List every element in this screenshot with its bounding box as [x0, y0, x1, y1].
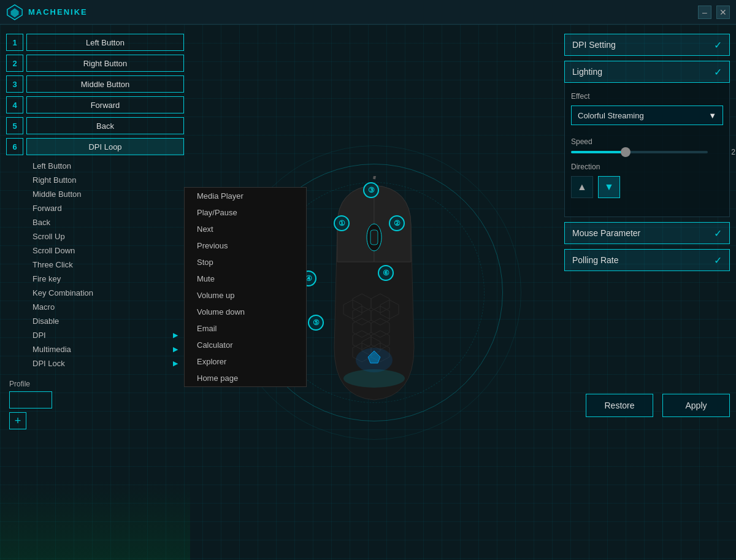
profile-label: Profile	[9, 380, 181, 388]
mouse-marker-1: ①	[334, 215, 350, 231]
lighting-header[interactable]: Lighting ✓	[564, 61, 730, 83]
apply-button[interactable]: Apply	[662, 394, 730, 417]
left-panel: 1 Left Button 2 Right Button 3 Middle Bu…	[0, 25, 190, 560]
speed-slider-section: Speed 2	[571, 137, 723, 153]
button-row-2: 2 Right Button	[6, 55, 184, 72]
lighting-chevron-icon: ✓	[714, 66, 722, 78]
dropdown-item-right-button[interactable]: Right Button	[26, 173, 184, 187]
arrow-icon-multimedia: ▶	[173, 345, 178, 353]
polling-rate-header[interactable]: Polling Rate ✓	[564, 249, 730, 271]
dropdown-item-dpi[interactable]: DPI▶	[26, 328, 184, 342]
dpi-setting-label: DPI Setting	[572, 40, 616, 50]
direction-section: Direction ▲ ▼	[571, 163, 723, 198]
button-number-5: 5	[6, 117, 23, 134]
submenu-item-calculator[interactable]: Calculator	[185, 337, 306, 353]
submenu-item-next[interactable]: Next	[185, 221, 306, 237]
speed-slider-fill	[571, 151, 626, 153]
button-row-5: 5 Back	[6, 117, 184, 134]
mouse-parameter-section: Mouse Parameter ✓	[564, 222, 730, 244]
submenu-item-home-page[interactable]: Home page	[185, 370, 306, 386]
dropdown-item-left-button[interactable]: Left Button	[26, 159, 184, 173]
button-label-4[interactable]: Forward	[26, 96, 184, 113]
close-button[interactable]: ✕	[716, 6, 730, 19]
mouse-marker-2: ②	[389, 215, 405, 231]
direction-buttons: ▲ ▼	[571, 176, 723, 198]
speed-slider-thumb[interactable]	[621, 147, 631, 157]
title-bar: MACHENIKE – ✕	[0, 0, 736, 25]
mouse-marker-6: ⑥	[378, 265, 394, 281]
button-number-2: 2	[6, 55, 23, 72]
profile-section: Profile +	[6, 380, 184, 429]
button-number-6: 6	[6, 138, 23, 155]
button-row-4: 4 Forward	[6, 96, 184, 113]
effect-dropdown-icon: ▼	[708, 111, 716, 120]
speed-slider-container: 2	[571, 151, 723, 153]
arrow-icon-dpi: ▶	[173, 331, 178, 339]
polling-rate-section: Polling Rate ✓	[564, 249, 730, 271]
speed-slider-track[interactable]	[571, 151, 708, 153]
add-profile-button[interactable]: +	[9, 412, 26, 429]
app-title: MACHENIKE	[28, 7, 88, 17]
submenu-item-previous[interactable]: Previous	[185, 237, 306, 254]
lighting-content: Effect Colorful Streaming ▼ Speed 2	[564, 83, 730, 217]
dropdown-item-scroll-up[interactable]: Scroll Up	[26, 229, 184, 244]
arrow-icon-dpi-lock: ▶	[173, 359, 178, 367]
dropdown-item-key-combination[interactable]: Key Combination	[26, 286, 184, 300]
media-player-submenu: Media Player Play/Pause Next Previous St…	[184, 187, 307, 387]
effect-select[interactable]: Colorful Streaming ▼	[571, 105, 723, 125]
mouse-marker-3: ③	[363, 182, 379, 198]
direction-down-button[interactable]: ▼	[598, 176, 620, 198]
speed-value: 2	[731, 148, 735, 156]
submenu-item-play-pause[interactable]: Play/Pause	[185, 204, 306, 221]
mouse-parameter-header[interactable]: Mouse Parameter ✓	[564, 222, 730, 244]
right-panel: DPI Setting ✓ Lighting ✓ Effect Colorful…	[558, 25, 736, 560]
submenu-item-media-player[interactable]: Media Player	[185, 188, 306, 204]
dropdown-item-scroll-down[interactable]: Scroll Down	[26, 244, 184, 258]
mouse-marker-5: ⑤	[308, 315, 324, 331]
button-label-2[interactable]: Right Button	[26, 55, 184, 72]
dropdown-item-middle-button[interactable]: Middle Button	[26, 187, 184, 201]
button-label-6[interactable]: DPI Loop	[26, 138, 184, 155]
dropdown-item-multimedia[interactable]: Multimedia▶	[26, 342, 184, 356]
main-content: 1 Left Button 2 Right Button 3 Middle Bu…	[0, 25, 736, 560]
button-row-3: 3 Middle Button	[6, 75, 184, 93]
button-label-1[interactable]: Left Button	[26, 34, 184, 51]
title-bar-left: MACHENIKE	[6, 4, 88, 21]
submenu-item-stop[interactable]: Stop	[185, 254, 306, 270]
submenu-item-volume-down[interactable]: Volume down	[185, 304, 306, 320]
direction-up-button[interactable]: ▲	[571, 176, 593, 198]
button-row-1: 1 Left Button	[6, 34, 184, 51]
dropdown-item-macro[interactable]: Macro	[26, 300, 184, 314]
dropdown-item-forward[interactable]: Forward	[26, 201, 184, 215]
dropdown-item-dpi-lock[interactable]: DPI Lock▶	[26, 356, 184, 370]
direction-label: Direction	[571, 163, 723, 171]
button-label-3[interactable]: Middle Button	[26, 75, 184, 93]
window-controls: – ✕	[698, 6, 730, 19]
dropdown-item-back[interactable]: Back	[26, 215, 184, 229]
submenu-item-email[interactable]: Email	[185, 320, 306, 337]
dpi-setting-chevron-icon: ✓	[714, 39, 722, 51]
dropdown-item-three-click[interactable]: Three Click	[26, 258, 184, 272]
button-label-5[interactable]: Back	[26, 117, 184, 134]
button-number-4: 4	[6, 96, 23, 113]
dropdown-item-disable[interactable]: Disable	[26, 314, 184, 328]
minimize-button[interactable]: –	[698, 6, 711, 19]
mouse-body-svg	[307, 176, 442, 409]
polling-rate-label: Polling Rate	[572, 255, 619, 265]
action-buttons: Restore Apply	[564, 394, 730, 417]
dropdown-item-fire-key[interactable]: Fire key	[26, 272, 184, 286]
button-number-1: 1	[6, 34, 23, 51]
dpi-setting-section: DPI Setting ✓	[564, 34, 730, 56]
effect-label: Effect	[571, 92, 723, 101]
submenu-item-mute[interactable]: Mute	[185, 270, 306, 287]
restore-button[interactable]: Restore	[586, 394, 653, 417]
lighting-label: Lighting	[572, 67, 602, 77]
submenu-item-explorer[interactable]: Explorer	[185, 353, 306, 370]
mouse-parameter-chevron-icon: ✓	[714, 228, 722, 239]
profile-box[interactable]	[9, 391, 52, 408]
effect-value: Colorful Streaming	[578, 111, 644, 120]
mouse-visualization: ① ② ③ ④ ⑤ ⑥	[282, 155, 466, 431]
submenu-item-volume-up[interactable]: Volume up	[185, 287, 306, 304]
mouse-parameter-label: Mouse Parameter	[572, 228, 640, 238]
dpi-setting-header[interactable]: DPI Setting ✓	[564, 34, 730, 56]
